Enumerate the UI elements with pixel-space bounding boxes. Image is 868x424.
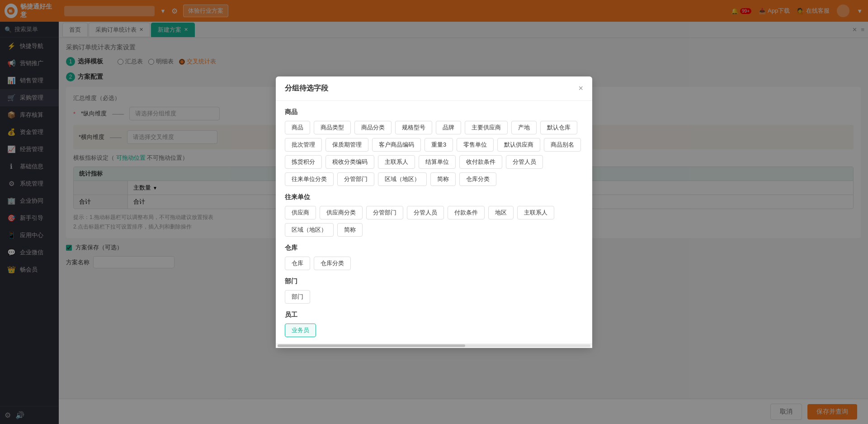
section-goods-title: 商品 — [285, 108, 583, 116]
tag-pay-condition[interactable]: 付款条件 — [448, 206, 485, 219]
tag-short-name[interactable]: 简称 — [430, 172, 456, 186]
section-dept: 部门 部门 — [285, 277, 583, 304]
tag-region-cp2[interactable]: 区域（地区） — [285, 223, 334, 237]
tag-supplier-type[interactable]: 供应商分类 — [320, 206, 363, 219]
tag-supplier[interactable]: 供应商 — [285, 206, 316, 219]
section-counterpart: 往来单位 供应商 供应商分类 分管部门 分管人员 付款条件 地区 主联系人 区域… — [285, 193, 583, 237]
tag-main-supplier[interactable]: 主要供应商 — [465, 121, 508, 134]
hscroll-track — [278, 344, 590, 347]
tag-goods-alias[interactable]: 商品别名 — [544, 138, 581, 152]
section-warehouse: 仓库 仓库 仓库分类 — [285, 244, 583, 270]
tag-salesperson[interactable]: 业务员 — [285, 324, 316, 337]
close-modal-button[interactable]: × — [578, 84, 583, 93]
tag-batch-mgmt[interactable]: 批次管理 — [285, 138, 322, 152]
tag-default-supplier[interactable]: 默认供应商 — [497, 138, 540, 152]
tag-goods-type[interactable]: 商品类型 — [314, 121, 351, 134]
tag-retail-unit[interactable]: 零售单位 — [457, 138, 494, 152]
tag-pay-terms[interactable]: 收付款条件 — [459, 155, 502, 169]
tag-customer-code[interactable]: 客户商品编码 — [372, 138, 421, 152]
tag-expiry-mgmt[interactable]: 保质期管理 — [326, 138, 368, 152]
tag-source-unit-type[interactable]: 往来单位分类 — [285, 172, 334, 186]
section-warehouse-title: 仓库 — [285, 244, 583, 252]
section-staff: 员工 业务员 — [285, 311, 583, 337]
tag-brand[interactable]: 品牌 — [436, 121, 461, 134]
tag-dept-person-cp[interactable]: 分管人员 — [407, 206, 444, 219]
section-dept-title: 部门 — [285, 277, 583, 286]
tag-default-warehouse[interactable]: 默认仓库 — [540, 121, 577, 134]
tag-weight3[interactable]: 重量3 — [425, 138, 453, 152]
counterpart-tags: 供应商 供应商分类 分管部门 分管人员 付款条件 地区 主联系人 区域（地区） … — [285, 206, 583, 237]
tag-warehouse-cat[interactable]: 仓库分类 — [314, 257, 351, 270]
warehouse-tags: 仓库 仓库分类 — [285, 257, 583, 270]
section-goods: 商品 商品 商品类型 商品分类 规格型号 品牌 主要供应商 产地 默认仓库 批次… — [285, 108, 583, 186]
tag-spec-type[interactable]: 规格型号 — [395, 121, 432, 134]
staff-tags: 业务员 — [285, 324, 583, 337]
modal: 分组待选字段 × 商品 商品 商品类型 商品分类 规格型号 品牌 主要供应商 产… — [276, 76, 592, 348]
tag-dept-cp[interactable]: 分管部门 — [366, 206, 403, 219]
tag-main-contact[interactable]: 主联系人 — [378, 155, 415, 169]
tag-origin[interactable]: 产地 — [511, 121, 537, 134]
modal-body: 商品 商品 商品类型 商品分类 规格型号 品牌 主要供应商 产地 默认仓库 批次… — [276, 101, 592, 343]
hscroll-thumb[interactable] — [278, 344, 465, 347]
section-staff-title: 员工 — [285, 311, 583, 319]
modal-header: 分组待选字段 × — [276, 76, 592, 101]
tag-region-cp[interactable]: 地区 — [488, 206, 514, 219]
tag-dept-mgmt[interactable]: 分管部门 — [337, 172, 374, 186]
tag-region-goods[interactable]: 区域（地区） — [378, 172, 427, 186]
tag-settle-unit[interactable]: 结算单位 — [419, 155, 456, 169]
tag-dept[interactable]: 部门 — [285, 290, 310, 304]
goods-tags: 商品 商品类型 商品分类 规格型号 品牌 主要供应商 产地 默认仓库 批次管理 … — [285, 121, 583, 186]
tag-goods-category[interactable]: 商品分类 — [354, 121, 392, 134]
tag-pick-points[interactable]: 拣货积分 — [285, 155, 322, 169]
tag-warehouse[interactable]: 仓库 — [285, 257, 310, 270]
modal-title: 分组待选字段 — [285, 84, 328, 93]
tag-main-contact-cp[interactable]: 主联系人 — [517, 206, 554, 219]
tag-short-name-cp[interactable]: 简称 — [337, 223, 363, 237]
section-counterpart-title: 往来单位 — [285, 193, 583, 201]
modal-hscroll[interactable] — [276, 343, 592, 348]
tag-warehouse-type[interactable]: 仓库分类 — [459, 172, 496, 186]
tag-responsible[interactable]: 分管人员 — [506, 155, 543, 169]
tag-goods[interactable]: 商品 — [285, 121, 310, 134]
dept-tags: 部门 — [285, 290, 583, 304]
tag-tax-code[interactable]: 税收分类编码 — [326, 155, 374, 169]
